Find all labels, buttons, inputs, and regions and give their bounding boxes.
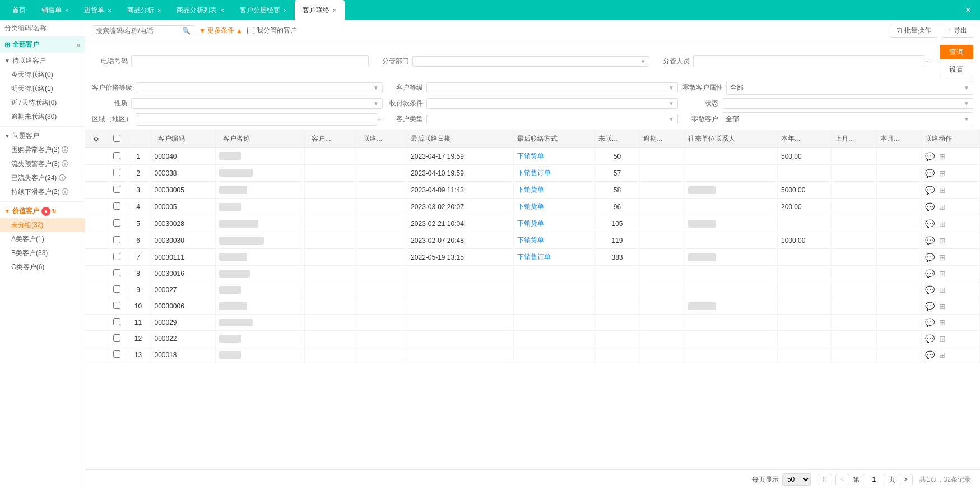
contact-method-link[interactable]: 下销货单 <box>517 219 544 227</box>
more-action-icon[interactable]: ⊞ <box>939 236 946 245</box>
refresh-icon[interactable]: ↻ <box>52 208 56 214</box>
row-checkbox[interactable] <box>113 285 120 293</box>
more-action-icon[interactable]: ⊞ <box>939 302 946 311</box>
row-checkbox[interactable] <box>113 202 120 210</box>
cell-checkbox[interactable] <box>108 165 126 182</box>
contact-action-icon[interactable]: 💬 <box>925 236 935 245</box>
cell-checkbox[interactable] <box>108 266 126 282</box>
my-customers-filter[interactable]: 我分管的客户 <box>247 26 297 35</box>
contact-action-icon[interactable]: 💬 <box>925 219 935 228</box>
contact-method-link[interactable]: 下销货单 <box>517 186 544 193</box>
th-this-month[interactable]: 本月... <box>876 130 921 148</box>
sidebar-item-hoarding[interactable]: 囤购异常客户(2) ⓘ <box>0 143 85 157</box>
row-checkbox[interactable] <box>113 219 120 227</box>
th-last-contact-method[interactable]: 最后联络方式 <box>513 130 594 148</box>
filter-select-dept[interactable]: ▼ <box>412 56 650 67</box>
cell-checkbox[interactable] <box>108 282 126 298</box>
more-action-icon[interactable]: ⊞ <box>939 152 946 161</box>
more-action-icon[interactable]: ⊞ <box>939 219 946 228</box>
filter-select-customer-level[interactable]: ▼ <box>426 82 678 93</box>
reset-btn[interactable]: 设置 <box>940 62 973 77</box>
more-conditions-btn[interactable]: ▼ 更多条件 ▲ <box>199 26 243 35</box>
sidebar-item-7days-pending[interactable]: 近7天待联络(0) <box>0 96 85 110</box>
row-checkbox[interactable] <box>113 302 120 309</box>
nav-tab-customer-segment-close[interactable]: × <box>284 7 287 13</box>
row-checkbox[interactable] <box>113 269 120 276</box>
nav-tab-purchase[interactable]: 进货单 × <box>76 0 119 20</box>
contact-action-icon[interactable]: 💬 <box>925 152 935 161</box>
contact-action-icon[interactable]: 💬 <box>925 169 935 178</box>
th-overdue[interactable]: 逾期... <box>640 130 685 148</box>
contact-action-icon[interactable]: 💬 <box>925 285 935 294</box>
th-contact[interactable]: : 联络... <box>356 130 407 148</box>
all-customers-header[interactable]: ⊞ 全部客户 « <box>0 36 85 53</box>
cell-checkbox[interactable] <box>108 298 126 315</box>
nav-tab-customer-contact[interactable]: 客户联络 × <box>295 0 344 20</box>
contact-action-icon[interactable]: 💬 <box>925 350 935 359</box>
sidebar-item-class-a[interactable]: A类客户(1) <box>0 232 85 246</box>
search-icon[interactable]: 🔍 <box>182 27 191 35</box>
nav-tab-product-analysis-close[interactable]: × <box>157 7 161 13</box>
filter-select-retail-attr[interactable]: 全部 ▼ <box>726 81 973 95</box>
nav-tab-customer-segment[interactable]: 客户分层经客 × <box>232 0 295 20</box>
filter-dots-manager[interactable]: ··· <box>925 57 931 65</box>
row-checkbox[interactable] <box>113 186 120 193</box>
row-checkbox[interactable] <box>113 152 120 159</box>
sidebar-item-churn-warning[interactable]: 流失预警客户(3) ⓘ <box>0 157 85 171</box>
sidebar-item-tomorrow-pending[interactable]: 明天待联络(1) <box>0 82 85 96</box>
filter-input-phone[interactable] <box>131 55 369 67</box>
more-action-icon[interactable]: ⊞ <box>939 169 946 178</box>
th-checkbox[interactable] <box>108 130 126 148</box>
search-input[interactable] <box>96 27 180 35</box>
filter-select-price-level[interactable]: ▼ <box>136 82 383 93</box>
first-page-btn[interactable]: K <box>818 474 832 485</box>
filter-select-status[interactable]: ▼ <box>722 98 973 109</box>
cell-checkbox[interactable] <box>108 182 126 199</box>
cell-checkbox[interactable] <box>108 148 126 165</box>
nav-tab-home[interactable]: 首页 <box>4 0 34 20</box>
contact-method-link[interactable]: 下销货单 <box>517 236 544 244</box>
group-value-customers-label[interactable]: ▼ 价值客户 ● ↻ <box>0 204 85 218</box>
more-action-icon[interactable]: ⊞ <box>939 334 946 343</box>
per-page-select[interactable]: 50 20 100 <box>782 473 811 486</box>
select-all-checkbox[interactable] <box>113 135 120 142</box>
contact-action-icon[interactable]: 💬 <box>925 318 935 327</box>
export-btn[interactable]: ↑ 导出 <box>942 24 973 38</box>
filter-input-region[interactable] <box>136 113 377 126</box>
row-checkbox[interactable] <box>113 350 120 358</box>
th-name[interactable]: : 客户名称 <box>216 130 305 148</box>
nav-tab-customer-contact-close[interactable]: × <box>333 7 336 13</box>
more-action-icon[interactable]: ⊞ <box>939 202 946 211</box>
th-uncontacted[interactable]: 未联... <box>594 130 639 148</box>
filter-select-nature[interactable]: ▼ <box>131 98 383 109</box>
nav-tab-sales[interactable]: 销售单 × <box>34 0 76 20</box>
th-code[interactable]: : 客户编码 <box>151 130 216 148</box>
my-customers-checkbox[interactable] <box>247 27 254 34</box>
nav-tab-product-analysis-list-close[interactable]: × <box>220 7 224 13</box>
contact-action-icon[interactable]: 💬 <box>925 269 935 278</box>
row-checkbox[interactable] <box>113 318 120 325</box>
th-this-year[interactable]: 本年... <box>778 130 832 148</box>
cell-checkbox[interactable] <box>108 215 126 232</box>
row-checkbox[interactable] <box>113 169 120 176</box>
prev-page-btn[interactable]: < <box>835 474 849 485</box>
sidebar-item-declining[interactable]: 持续下滑客户(2) ⓘ <box>0 185 85 199</box>
page-input[interactable] <box>863 474 885 485</box>
cell-checkbox[interactable] <box>108 331 126 347</box>
nav-tab-product-analysis[interactable]: 商品分析 × <box>119 0 169 20</box>
filter-select-payment[interactable]: ▼ <box>426 98 678 109</box>
sidebar-search-input[interactable] <box>4 24 85 32</box>
sidebar-item-churned[interactable]: 已流失客户(24) ⓘ <box>0 171 85 185</box>
cell-checkbox[interactable] <box>108 199 126 215</box>
cell-checkbox[interactable] <box>108 249 126 266</box>
th-type[interactable]: : 客户... <box>304 130 356 148</box>
window-close-button[interactable]: × <box>960 4 976 16</box>
sidebar-item-class-c[interactable]: C类客户(6) <box>0 260 85 274</box>
contact-action-icon[interactable]: 💬 <box>925 253 935 262</box>
cell-checkbox[interactable] <box>108 315 126 331</box>
more-action-icon[interactable]: ⊞ <box>939 186 946 195</box>
batch-op-btn[interactable]: ☑ 批量操作 <box>890 24 937 38</box>
nav-tab-sales-close[interactable]: × <box>65 7 68 13</box>
filter-dots-region[interactable]: ··· <box>377 116 383 123</box>
th-contact-person[interactable]: 往来单位联系人 <box>685 130 778 148</box>
